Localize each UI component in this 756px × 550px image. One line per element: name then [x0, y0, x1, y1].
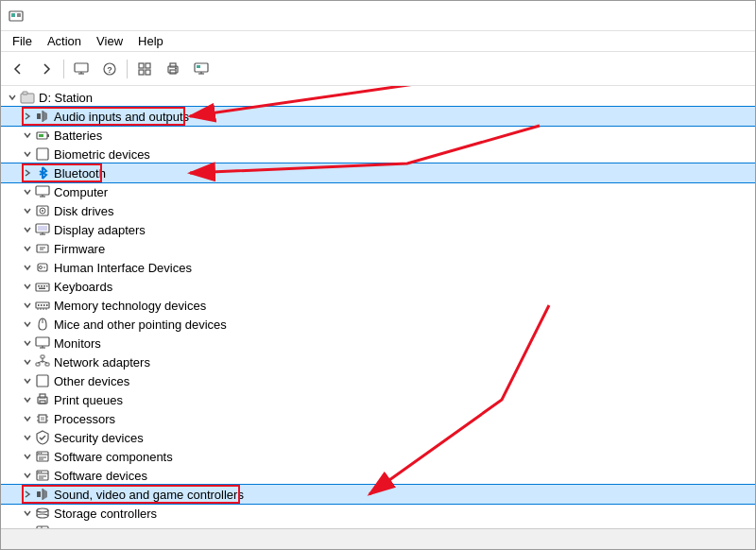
expander-network[interactable] — [20, 354, 35, 370]
tree-item-storage[interactable]: Storage controllers — [1, 504, 755, 523]
expander-software[interactable] — [20, 449, 35, 464]
svg-rect-8 — [139, 63, 144, 68]
toolbar-back[interactable] — [5, 56, 31, 82]
expander-batteries[interactable] — [20, 128, 35, 143]
expander-sound[interactable] — [20, 487, 35, 502]
main-area: D: Station Audio inputs and outputs Batt… — [1, 86, 755, 528]
icon-system — [35, 524, 50, 528]
expander-monitors[interactable] — [20, 335, 35, 351]
svg-rect-46 — [43, 285, 45, 287]
toolbar-print[interactable] — [160, 56, 186, 82]
menu-view[interactable]: View — [89, 32, 130, 50]
svg-rect-21 — [23, 92, 27, 95]
label-other: Other devices — [54, 374, 129, 388]
svg-point-94 — [37, 514, 48, 518]
icon-softwaredev — [35, 468, 50, 483]
svg-rect-44 — [38, 285, 40, 287]
svg-rect-14 — [170, 70, 176, 74]
tree-item-network[interactable]: Network adapters — [1, 352, 755, 371]
tree-item-batteries[interactable]: Batteries — [1, 126, 755, 145]
tree-item-monitors[interactable]: Monitors — [1, 334, 755, 352]
label-hid: Human Interface Devices — [54, 261, 192, 275]
tree-item-other[interactable]: Other devices — [1, 371, 755, 390]
root-expander[interactable] — [5, 90, 20, 105]
label-system: System devices — [54, 525, 140, 529]
label-diskdrives: Disk drives — [54, 204, 114, 218]
tree-item-keyboards[interactable]: Keyboards — [1, 277, 755, 296]
tree-item-hid[interactable]: Human Interface Devices — [1, 258, 755, 277]
tree-item-softwaredev[interactable]: Software devices — [1, 466, 755, 485]
label-bluetooth: Bluetooth — [54, 166, 106, 180]
tree-item-system[interactable]: System devices — [1, 523, 755, 528]
expander-mice[interactable] — [20, 317, 35, 332]
tree-item-software[interactable]: Software components — [1, 447, 755, 466]
expander-biometric[interactable] — [20, 146, 35, 162]
expander-memory[interactable] — [20, 298, 35, 313]
svg-rect-19 — [197, 65, 200, 68]
minimize-button[interactable] — [613, 1, 657, 31]
svg-rect-3 — [75, 63, 88, 72]
tree-item-mice[interactable]: Mice and other pointing devices — [1, 315, 755, 334]
svg-rect-51 — [41, 304, 43, 306]
icon-other — [35, 373, 50, 388]
expander-hid[interactable] — [20, 260, 35, 275]
expander-print[interactable] — [20, 392, 35, 407]
svg-rect-24 — [47, 134, 49, 137]
svg-rect-25 — [39, 134, 43, 137]
svg-rect-42 — [43, 266, 45, 268]
tree-item-bluetooth[interactable]: Bluetooth — [1, 163, 755, 182]
tree-item-diskdrives[interactable]: Disk drives — [1, 201, 755, 220]
maximize-button[interactable] — [659, 1, 702, 31]
label-software: Software components — [54, 450, 173, 464]
expander-diskdrives[interactable] — [20, 203, 35, 218]
icon-audio — [35, 109, 50, 124]
icon-sound — [35, 487, 50, 502]
svg-rect-64 — [45, 363, 49, 366]
tree-item-biometric[interactable]: Biometric devices — [1, 145, 755, 163]
toolbar-help[interactable]: ? — [96, 56, 123, 82]
svg-rect-27 — [36, 186, 49, 195]
toolbar-box1[interactable] — [131, 56, 158, 82]
tree-item-memory[interactable]: Memory technology devices — [1, 296, 755, 315]
expander-security[interactable] — [20, 430, 35, 445]
expander-firmware[interactable] — [20, 241, 35, 256]
expander-system[interactable] — [20, 524, 35, 528]
icon-network — [35, 354, 50, 370]
svg-point-41 — [40, 266, 43, 269]
tree-item-print[interactable]: Print queues — [1, 390, 755, 409]
expander-computer[interactable] — [20, 184, 35, 199]
tree-item-processors[interactable]: Processors — [1, 409, 755, 428]
tree-item-firmware[interactable]: Firmware — [1, 239, 755, 258]
tree-item-audio[interactable]: Audio inputs and outputs — [1, 107, 755, 126]
svg-rect-71 — [40, 401, 45, 404]
label-storage: Storage controllers — [54, 507, 157, 521]
tree-item-computer[interactable]: Computer — [1, 182, 755, 201]
expander-softwaredev[interactable] — [20, 468, 35, 483]
tree-item-display[interactable]: Display adapters — [1, 220, 755, 239]
svg-rect-63 — [36, 363, 40, 366]
expander-storage[interactable] — [20, 506, 35, 521]
icon-print — [35, 392, 50, 407]
label-firmware: Firmware — [54, 242, 105, 256]
menu-file[interactable]: File — [5, 32, 40, 50]
label-processors: Processors — [54, 412, 115, 426]
expander-processors[interactable] — [20, 411, 35, 426]
menu-action[interactable]: Action — [40, 32, 89, 50]
toolbar-forward[interactable] — [33, 56, 60, 82]
expander-audio[interactable] — [20, 109, 35, 124]
close-button[interactable] — [704, 1, 747, 31]
menu-help[interactable]: Help — [130, 32, 171, 50]
tree-item-sound[interactable]: Sound, video and game controllers — [1, 485, 755, 504]
expander-display[interactable] — [20, 222, 35, 237]
expander-other[interactable] — [20, 373, 35, 388]
toolbar-computer[interactable] — [68, 56, 94, 82]
svg-rect-47 — [46, 285, 48, 287]
tree-root[interactable]: D: Station — [1, 88, 755, 107]
expander-keyboards[interactable] — [20, 279, 35, 294]
toolbar-sep2 — [127, 60, 128, 78]
icon-memory — [35, 298, 50, 313]
expander-bluetooth[interactable] — [20, 165, 35, 180]
tree-item-security[interactable]: Security devices — [1, 428, 755, 447]
toolbar-monitor[interactable] — [188, 56, 215, 82]
device-tree[interactable]: D: Station Audio inputs and outputs Batt… — [1, 86, 755, 528]
